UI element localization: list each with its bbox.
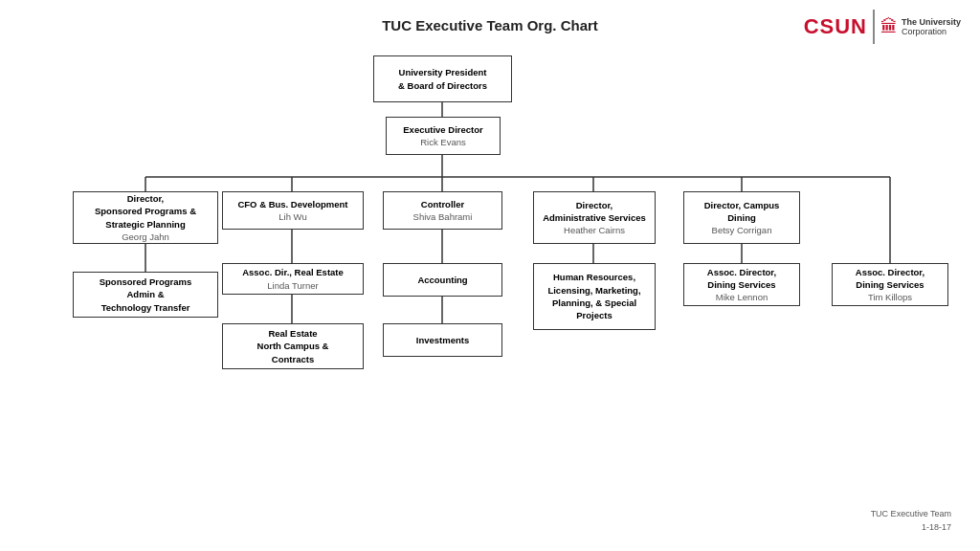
dir-dining-line2: Dining (727, 211, 756, 224)
re-line2: North Campus & (257, 340, 329, 352)
box-director-admin: Director, Administrative Services Heathe… (533, 191, 656, 244)
hr-line2: Licensing, Marketing, (547, 284, 640, 297)
accounting-label: Accounting (417, 274, 467, 286)
footer-line2: 1-18-17 (871, 521, 951, 535)
footer: TUC Executive Team 1-18-17 (871, 508, 951, 534)
box-assoc-dining2: Assoc. Director, Dining Services Tim Kil… (832, 263, 948, 306)
assoc-dining1-name: Mike Lennon (716, 291, 768, 303)
assoc-dining1-line2: Dining Services (707, 278, 775, 291)
box-director-campus-dining: Director, Campus Dining Betsy Corrigan (683, 191, 800, 244)
cfo-name: Lih Wu (278, 210, 306, 223)
logo-right: 🏛 The University Corporation (880, 17, 961, 37)
sponsored-admin-line2: Admin & (126, 288, 164, 300)
dir-admin-title: Director, (576, 199, 613, 211)
sponsored-admin-line1: Sponsored Programs (100, 276, 192, 288)
assoc-dining1-title: Assoc. Director, (707, 266, 776, 278)
box-real-estate: Real Estate North Campus & Contracts (222, 323, 364, 369)
assoc-dining2-line2: Dining Services (856, 278, 924, 291)
dir-admin-line2: Administrative Services (543, 211, 646, 224)
corporation-name: Corporation (902, 27, 961, 36)
assoc-re-title: Assoc. Dir., Real Estate (242, 266, 344, 278)
box-executive-director: Executive Director Rick Evans (386, 117, 501, 155)
box-assoc-real-estate: Assoc. Dir., Real Estate Linda Turner (222, 263, 364, 295)
assoc-re-name: Linda Turner (267, 279, 318, 292)
controller-name: Shiva Bahrami (413, 210, 473, 223)
dir-dining-name: Betsy Corrigan (712, 224, 772, 236)
hr-line1: Human Resources, (553, 271, 635, 283)
box-hr: Human Resources, Licensing, Marketing, P… (533, 263, 656, 330)
assoc-dining2-title: Assoc. Director, (856, 266, 924, 278)
re-line1: Real Estate (268, 327, 317, 340)
dir-sponsored-title: Director, (127, 192, 165, 205)
footer-line1: TUC Executive Team (871, 508, 951, 521)
university-president-title: University President (399, 66, 487, 78)
exec-director-title: Executive Director (403, 123, 482, 136)
exec-director-name: Rick Evans (420, 136, 466, 148)
dir-dining-title: Director, Campus (704, 199, 780, 211)
re-line3: Contracts (272, 353, 314, 365)
dir-sponsored-line2: Sponsored Programs & (95, 205, 196, 217)
dir-sponsored-name: Georg Jahn (122, 231, 169, 243)
box-cfo: CFO & Bus. Development Lih Wu (222, 191, 364, 230)
dir-sponsored-line3: Strategic Planning (105, 218, 185, 231)
building-icon: 🏛 (880, 17, 898, 37)
box-accounting: Accounting (383, 263, 502, 297)
logo-area: CSUN 🏛 The University Corporation (804, 10, 961, 44)
box-sponsored-admin: Sponsored Programs Admin & Technology Tr… (73, 272, 218, 318)
cfo-title: CFO & Bus. Development (237, 198, 347, 210)
sponsored-admin-line3: Technology Transfer (101, 301, 190, 314)
assoc-dining2-name: Tim Killops (868, 291, 912, 303)
box-investments: Investments (383, 323, 502, 357)
investments-label: Investments (416, 334, 469, 346)
box-controller: Controller Shiva Bahrami (383, 191, 502, 230)
box-assoc-dining1: Assoc. Director, Dining Services Mike Le… (683, 263, 800, 306)
logo-divider (873, 10, 875, 44)
dir-admin-name: Heather Cairns (564, 224, 625, 236)
hr-line4: Projects (576, 309, 612, 321)
box-university-president: University President & Board of Director… (373, 55, 512, 102)
box-director-sponsored: Director, Sponsored Programs & Strategic… (73, 191, 218, 244)
hr-line3: Planning, & Special (552, 297, 636, 309)
page: TUC Executive Team Org. Chart CSUN 🏛 The… (0, 0, 980, 551)
csun-logo: CSUN (804, 14, 867, 39)
university-president-line2: & Board of Directors (398, 79, 487, 92)
controller-title: Controller (421, 198, 464, 210)
university-name: The University (902, 17, 961, 27)
